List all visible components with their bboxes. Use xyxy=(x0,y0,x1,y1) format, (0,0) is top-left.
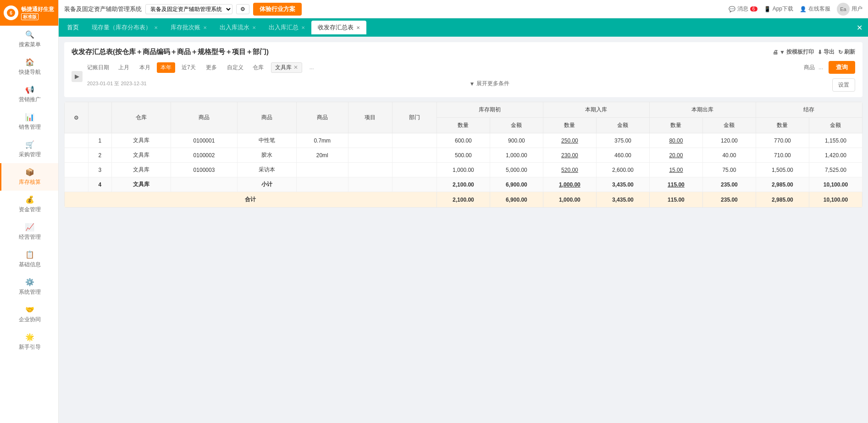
footer-label: 合计 xyxy=(65,192,437,208)
row-out-qty[interactable]: 20.00 xyxy=(649,148,702,163)
row-opening-amt: 5,000.00 xyxy=(490,163,543,177)
row-in-qty[interactable]: 230.00 xyxy=(543,148,596,163)
operations-icon: 📈 xyxy=(25,223,34,231)
row-warehouse: 文具库 xyxy=(112,148,171,163)
th-settings[interactable]: ⚙ xyxy=(65,102,88,133)
table-row: 2 文具库 0100002 胶水 20ml 500.00 1,000.00 23… xyxy=(65,148,862,163)
user-menu[interactable]: Ea 用户 xyxy=(837,3,862,16)
tab-inout-close[interactable]: ✕ xyxy=(301,25,305,30)
topbar-left: 装备及固定资产辅助管理系统 装备及固定资产辅助管理系统 ⚙ 体验行业方案 xyxy=(64,3,302,16)
date-btn-7days[interactable]: 近7天 xyxy=(178,62,199,73)
subtotal-project xyxy=(348,177,393,192)
tab-stock-close[interactable]: ✕ xyxy=(356,25,360,30)
sidebar-item-corp[interactable]: 🤝 企业协同 xyxy=(0,301,58,328)
sidebar-item-finance[interactable]: 💰 资金管理 xyxy=(0,191,58,218)
row-code: 0100002 xyxy=(171,148,237,163)
row-out-qty[interactable]: 80.00 xyxy=(649,133,702,148)
th-closing-qty: 数量 xyxy=(756,118,809,133)
row-code: 0100003 xyxy=(171,163,237,177)
page-content: 收发存汇总表(按仓库＋商品编码＋商品＋规格型号＋项目＋部门) 🖨 ▼ 按模板打印… xyxy=(59,37,868,423)
date-btn-this-month[interactable]: 本月 xyxy=(136,62,154,73)
th-in-qty: 数量 xyxy=(543,118,596,133)
subtotal-warehouse: 文具库 xyxy=(112,177,171,192)
sidebar-item-operations-label: 经营管理 xyxy=(19,233,41,241)
date-btn-last-month[interactable]: 上月 xyxy=(115,62,133,73)
message-badge: 6 xyxy=(750,6,757,11)
row-in-qty[interactable]: 250.00 xyxy=(543,133,596,148)
row-no: 1 xyxy=(88,133,112,148)
print-dropdown-icon: ▼ xyxy=(780,49,785,55)
export-button[interactable]: ⬇ 导出 xyxy=(818,48,835,56)
tab-flow[interactable]: 出入库流水 ✕ xyxy=(213,21,262,34)
footer-in-qty: 1,000.00 xyxy=(543,192,596,208)
row-in-qty[interactable]: 520.00 xyxy=(543,163,596,177)
app-download-button[interactable]: 📱 App下载 xyxy=(764,5,793,13)
date-btn-custom[interactable]: 自定义 xyxy=(223,62,247,73)
goods-more[interactable]: ... xyxy=(818,64,823,71)
tab-inout-summary[interactable]: 出入库汇总 ✕ xyxy=(262,21,311,34)
sidebar-item-basic[interactable]: 📋 基础信息 xyxy=(0,246,58,273)
sidebar-item-inventory[interactable]: 📦 库存核算 xyxy=(0,163,58,191)
message-button[interactable]: 💬 消息 6 xyxy=(729,5,757,13)
topbar: 装备及固定资产辅助管理系统 装备及固定资产辅助管理系统 ⚙ 体验行业方案 💬 消… xyxy=(59,0,868,18)
table-row: 3 文具库 0100003 采访本 1,000.00 5,000.00 520.… xyxy=(65,163,862,177)
expand-filter-button[interactable]: ▼ 展开更多条件 xyxy=(469,80,509,88)
settings-button[interactable]: 设置 xyxy=(832,78,855,92)
sidebar-item-search[interactable]: 🔍 搜索菜单 xyxy=(0,26,58,53)
sidebar-item-marketing[interactable]: 📢 营销推广 xyxy=(0,81,58,108)
warehouse-tag-remove[interactable]: ✕ xyxy=(293,64,298,71)
page-actions: 🖨 ▼ 按模板打印 ⬇ 导出 ↻ 刷新 xyxy=(773,48,855,56)
tab-inventory-close[interactable]: ✕ xyxy=(154,25,158,30)
sidebar-item-operations[interactable]: 📈 经营管理 xyxy=(0,218,58,246)
filter-toggle-arrow[interactable]: ▶ xyxy=(72,71,83,82)
sidebar-item-guide[interactable]: 🌟 新手引导 xyxy=(0,328,58,356)
th-out-group: 本期出库 xyxy=(649,102,756,118)
filter-content: 记账日期 上月 本月 本年 近7天 更多 自定义 仓库 文具库 xyxy=(87,61,855,92)
row-project xyxy=(348,133,393,148)
sidebar-item-guide-label: 新手引导 xyxy=(19,343,41,351)
guide-icon: 🌟 xyxy=(25,333,34,341)
warehouse-more[interactable]: ... xyxy=(310,64,314,71)
tab-batch-close[interactable]: ✕ xyxy=(203,25,207,30)
online-service-button[interactable]: 👤 在线客服 xyxy=(800,5,830,13)
tabbar-close-button[interactable]: ✕ xyxy=(853,23,866,32)
sidebar-item-system[interactable]: ⚙️ 系统管理 xyxy=(0,273,58,301)
corp-icon: 🤝 xyxy=(25,305,34,314)
sidebar-item-basic-label: 基础信息 xyxy=(19,261,41,269)
row-out-amt: 40.00 xyxy=(702,148,756,163)
row-opening-amt: 1,000.00 xyxy=(490,148,543,163)
footer-opening-qty: 2,100.00 xyxy=(437,192,490,208)
row-out-qty[interactable]: 15.00 xyxy=(649,163,702,177)
query-button[interactable]: 查询 xyxy=(829,61,855,74)
search-icon: 🔍 xyxy=(25,30,34,39)
subtotal-in-amt: 3,435.00 xyxy=(596,177,649,192)
tab-inventory[interactable]: 现存量（库存分布表） ✕ xyxy=(85,21,164,34)
sidebar-item-search-label: 搜索菜单 xyxy=(19,41,41,49)
row-in-amt: 2,600.00 xyxy=(596,163,649,177)
date-btn-this-year[interactable]: 本年 xyxy=(157,62,175,73)
system-select[interactable]: 装备及固定资产辅助管理系统 xyxy=(145,4,232,14)
sidebar-item-purchase[interactable]: 🛒 采购管理 xyxy=(0,136,58,163)
table-footer: 合计 2,100.00 6,900.00 1,000.00 3,435.00 1… xyxy=(65,192,862,208)
row-no: 2 xyxy=(88,148,112,163)
sidebar-item-quicknav[interactable]: 🏠 快捷导航 xyxy=(0,53,58,81)
th-closing-amt: 金额 xyxy=(809,118,862,133)
system-icon: ⚙️ xyxy=(25,278,34,286)
refresh-button[interactable]: ↻ 刷新 xyxy=(838,48,855,56)
date-btn-more[interactable]: 更多 xyxy=(202,62,221,73)
tab-stock-summary[interactable]: 收发存汇总表 ✕ xyxy=(311,21,366,34)
sidebar-item-quicknav-label: 快捷导航 xyxy=(19,68,41,76)
print-button[interactable]: 🖨 ▼ 按模板打印 xyxy=(773,48,814,56)
footer-closing-qty: 2,985.00 xyxy=(756,192,809,208)
tab-batch[interactable]: 库存批次账 ✕ xyxy=(164,21,213,34)
tab-home[interactable]: 首页 xyxy=(61,21,85,34)
tab-flow-close[interactable]: ✕ xyxy=(252,25,256,30)
date-filter-label: 记账日期 xyxy=(87,64,109,71)
try-solution-button[interactable]: 体验行业方案 xyxy=(253,3,302,16)
user-label: 用户 xyxy=(851,5,862,13)
system-title: 装备及固定资产辅助管理系统 xyxy=(64,5,142,13)
topbar-settings-button[interactable]: ⚙ xyxy=(236,4,249,14)
sidebar-item-sales[interactable]: 📊 销售管理 xyxy=(0,108,58,136)
footer-in-amt: 3,435.00 xyxy=(596,192,649,208)
sidebar-item-purchase-label: 采购管理 xyxy=(19,151,41,159)
